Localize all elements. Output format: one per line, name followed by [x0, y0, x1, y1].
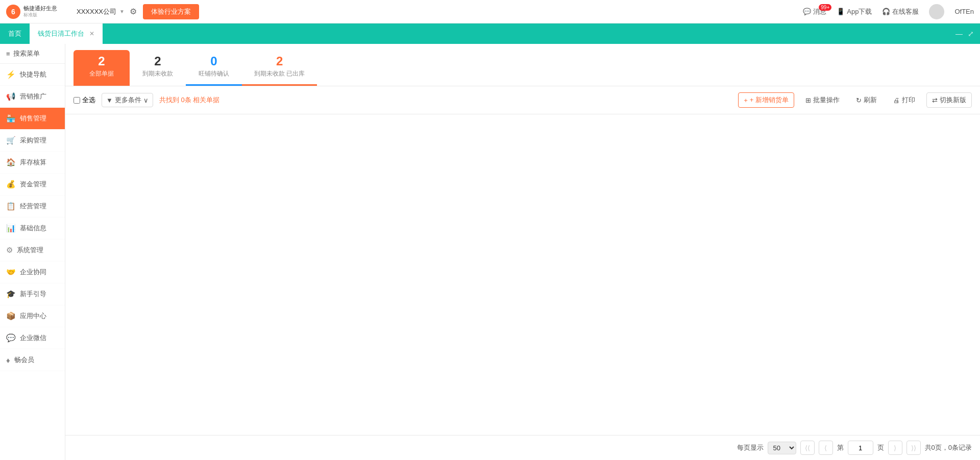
settings-icon[interactable]: ⚙ — [130, 7, 137, 16]
stat-num-overdue: 2 — [142, 54, 174, 68]
online-service-btn[interactable]: 🎧 在线客服 — [882, 7, 919, 16]
logo-area: 6 畅捷通好生意 标准版 — [6, 5, 71, 19]
sidebar-label-quick-nav: 快捷导航 — [20, 70, 46, 79]
sidebar-item-app-center[interactable]: 📦 应用中心 — [0, 305, 65, 327]
stat-tab-wangpu[interactable]: 0 旺铺待确认 — [186, 50, 242, 86]
minimize-icon[interactable]: — — [955, 30, 963, 38]
sidebar-label-operation: 经营管理 — [20, 202, 46, 211]
prev-page-btn[interactable]: ⟨ — [819, 441, 833, 455]
count-num: 0 — [181, 96, 185, 104]
count-prefix: 共找到 — [159, 96, 181, 104]
sidebar-item-finance[interactable]: 💰 资金管理 — [0, 174, 65, 196]
sidebar-item-inventory[interactable]: 🏠 库存核算 — [0, 152, 65, 174]
stat-num-all: 2 — [86, 54, 117, 68]
count-suffix: 条 相关单据 — [185, 96, 220, 104]
company-selector[interactable]: XXXXXX公司 ▼ — [77, 7, 125, 16]
table-area — [65, 114, 980, 435]
switch-version-btn[interactable]: ⇄ 切换新版 — [926, 92, 972, 108]
stat-num-wangpu: 0 — [198, 54, 230, 68]
search-label: 搜索菜单 — [13, 49, 40, 58]
logo-icon: 6 — [6, 5, 20, 19]
tab-active[interactable]: 钱货日清工作台 ✕ — [30, 23, 103, 44]
next-page-btn[interactable]: ⟩ — [888, 441, 902, 455]
first-page-btn[interactable]: ⟨⟨ — [800, 441, 815, 455]
sidebar-item-enterprise-wechat[interactable]: 💬 企业微信 — [0, 327, 65, 349]
batch-btn[interactable]: ⊞ 批量操作 — [800, 93, 845, 107]
download-icon: 📱 — [837, 8, 845, 15]
filter-chevron-icon: ∨ — [143, 96, 149, 104]
refresh-label: 刷新 — [864, 95, 877, 105]
sidebar-label-basic-info: 基础信息 — [20, 224, 46, 233]
header-right: 💬 消息 99+ 📱 App下载 🎧 在线客服 OfTEn — [803, 4, 974, 19]
message-badge: 99+ — [819, 4, 831, 11]
print-btn[interactable]: 🖨 打印 — [888, 93, 920, 107]
sidebar: ≡ 搜索菜单 ⚡ 快捷导航 📢 营销推广 🏪 销售管理 🛒 采购管理 🏠 库存核… — [0, 44, 65, 460]
select-all-checkbox[interactable]: 全选 — [74, 95, 95, 105]
message-btn[interactable]: 💬 消息 99+ — [803, 7, 826, 16]
sidebar-item-system[interactable]: ⚙ 系统管理 — [0, 239, 65, 261]
sidebar-search[interactable]: ≡ 搜索菜单 — [0, 44, 65, 64]
refresh-icon: ↻ — [856, 96, 862, 104]
sidebar-item-operation[interactable]: 📋 经营管理 — [0, 196, 65, 217]
pagination-bar: 每页显示 50 100 ⟨⟨ ⟨ 第 页 ⟩ ⟩⟩ 共0页，0条记录 — [65, 435, 980, 460]
online-service-label: 在线客服 — [892, 7, 919, 16]
maximize-icon[interactable]: ⤢ — [968, 30, 974, 38]
filter-btn[interactable]: ▼ 更多条件 ∨ — [102, 93, 153, 107]
select-all-input[interactable] — [74, 97, 80, 104]
experience-btn[interactable]: 体验行业方案 — [143, 4, 199, 19]
filter-icon: ▼ — [106, 96, 113, 104]
refresh-btn[interactable]: ↻ 刷新 — [851, 93, 882, 107]
quick-nav-icon: ⚡ — [6, 70, 16, 79]
message-icon: 💬 — [803, 8, 811, 15]
sidebar-item-purchase[interactable]: 🛒 采购管理 — [0, 130, 65, 152]
batch-label: 批量操作 — [813, 95, 840, 105]
tab-bar-right: — ⤢ — [955, 30, 980, 38]
app-download-label: App下载 — [847, 7, 872, 16]
toolbar-right: + + 新增销货单 ⊞ 批量操作 ↻ 刷新 🖨 打印 ⇄ 切换新版 — [738, 92, 972, 108]
enterprise-coop-icon: 🤝 — [6, 268, 16, 277]
basic-info-icon: 📊 — [6, 224, 16, 233]
logo-text: 畅捷通好生意 — [23, 5, 57, 12]
add-btn-label: + 新增销货单 — [750, 95, 789, 105]
sidebar-item-member[interactable]: ♦ 畅会员 — [0, 349, 65, 371]
stat-tab-overdue[interactable]: 2 到期未收款 — [130, 50, 186, 86]
filter-label: 更多条件 — [115, 95, 141, 105]
service-icon: 🎧 — [882, 8, 890, 15]
sidebar-item-quick-nav[interactable]: ⚡ 快捷导航 — [0, 64, 65, 86]
page-size-label: 每页显示 — [737, 443, 764, 452]
sidebar-label-member: 畅会员 — [14, 355, 34, 365]
tab-bar: 首页 钱货日清工作台 ✕ — ⤢ — [0, 23, 980, 44]
tab-close-icon[interactable]: ✕ — [89, 30, 94, 37]
select-all-label: 全选 — [82, 95, 95, 105]
toolbar: 全选 ▼ 更多条件 ∨ 共找到 0条 相关单据 + + 新增销货单 ⊞ 批量操作 — [65, 86, 980, 114]
sidebar-item-basic-info[interactable]: 📊 基础信息 — [0, 217, 65, 239]
stat-tab-all[interactable]: 2 全部单据 — [74, 50, 130, 86]
print-icon: 🖨 — [893, 96, 900, 104]
avatar[interactable] — [929, 4, 944, 19]
tab-home[interactable]: 首页 — [0, 23, 30, 44]
sales-icon: 🏪 — [6, 114, 16, 123]
page-size-select[interactable]: 50 100 — [768, 442, 796, 454]
avatar-name: OfTEn — [954, 8, 974, 15]
app-center-icon: 📦 — [6, 311, 16, 321]
print-label: 打印 — [902, 95, 915, 105]
sidebar-item-newbie[interactable]: 🎓 新手引导 — [0, 283, 65, 305]
system-icon: ⚙ — [6, 246, 13, 255]
stat-tab-overdue-out[interactable]: 2 到期未收款 已出库 — [242, 50, 317, 86]
finance-icon: 💰 — [6, 180, 16, 189]
add-sales-btn[interactable]: + + 新增销货单 — [738, 92, 794, 108]
sidebar-item-marketing[interactable]: 📢 营销推广 — [0, 86, 65, 108]
stat-label-overdue-out: 到期未收款 已出库 — [254, 69, 305, 78]
app-download-btn[interactable]: 📱 App下载 — [837, 7, 872, 16]
add-icon: + — [744, 96, 748, 104]
last-page-btn[interactable]: ⟩⟩ — [906, 441, 921, 455]
sidebar-label-purchase: 采购管理 — [20, 136, 46, 145]
stats-bar: 2 全部单据 2 到期未收款 0 旺铺待确认 2 到期未收款 已出库 — [65, 44, 980, 86]
sidebar-label-enterprise-coop: 企业协同 — [20, 268, 46, 277]
sidebar-item-sales[interactable]: 🏪 销售管理 — [0, 108, 65, 130]
page-input[interactable] — [848, 441, 873, 455]
sidebar-item-enterprise-coop[interactable]: 🤝 企业协同 — [0, 261, 65, 283]
empty-area — [65, 114, 980, 319]
switch-label: 切换新版 — [940, 95, 966, 105]
purchase-icon: 🛒 — [6, 136, 16, 145]
